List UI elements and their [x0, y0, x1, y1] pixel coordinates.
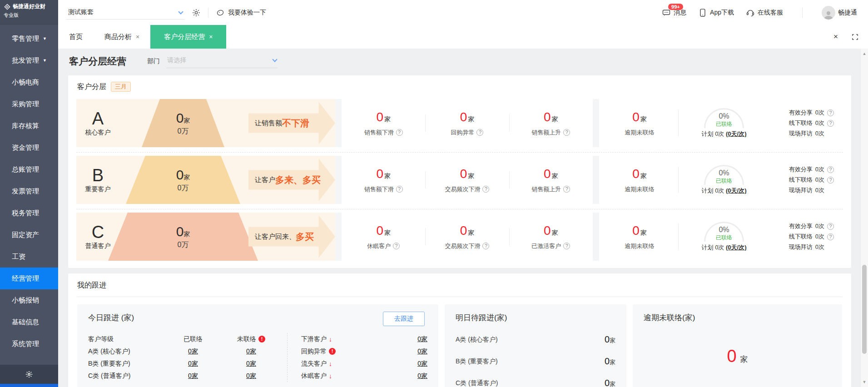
table-row: B类 (重要客户) 0家 0家	[88, 357, 284, 370]
online-service-button[interactable]: 在线客服	[746, 8, 783, 17]
help-icon[interactable]	[396, 186, 403, 193]
sidebar-item-funds[interactable]: 资金管理	[0, 137, 58, 159]
segmentation-title: 客户分层	[77, 82, 106, 92]
help-icon[interactable]	[827, 223, 834, 230]
alert-count-link[interactable]: 0家	[417, 335, 427, 343]
messages-button[interactable]: 99+ 消息	[662, 8, 686, 17]
help-icon[interactable]	[827, 166, 834, 173]
table-row: A类 (核心客户) 0家 0家	[88, 345, 284, 357]
app-window: 畅捷通好业财 专业版 测试账套 我要体验一下 99+ 消息 App下载	[0, 0, 868, 387]
warning-icon	[329, 348, 336, 355]
caret-down-icon	[43, 36, 47, 41]
not-contacted-count-link[interactable]: 0家	[246, 372, 256, 380]
alerts-list: 下滑客户 0家 回购异常 0家 流失客户 0家	[287, 333, 427, 382]
sidebar-item-ecommerce[interactable]: 小畅电商	[0, 71, 58, 93]
sidebar-item-basicinfo[interactable]: 基础信息	[0, 311, 58, 333]
not-contacted-count-link[interactable]: 0家	[246, 360, 256, 368]
contacted-count-link[interactable]: 0家	[188, 372, 198, 379]
stats-card: 0家 销售额下滑 0家 交易频次下滑 0家 销售额上升	[342, 156, 593, 204]
sidebar-item-invoice[interactable]: 发票管理	[0, 180, 58, 202]
help-icon[interactable]	[396, 129, 403, 136]
list-item: C类 (普通客户) 0家	[456, 378, 615, 387]
messages-badge: 99+	[668, 4, 683, 10]
help-icon[interactable]	[563, 129, 570, 136]
close-all-tabs-button[interactable]	[827, 25, 844, 49]
scroll-up-icon[interactable]	[861, 51, 868, 56]
sidebar-item-system[interactable]: 系统管理	[0, 333, 58, 355]
contact-card: 0家 逾期未联络 0% 已联络 计划 0次 (0天/次)	[599, 156, 843, 204]
help-icon[interactable]	[827, 177, 834, 184]
help-icon[interactable]	[827, 120, 834, 127]
segmentation-card: 客户分层 三月 A 核心客户 0家 0万	[68, 75, 851, 268]
help-icon[interactable]	[563, 186, 570, 193]
funnel-band: A 核心客户 0家 0万 让销售额不下滑	[76, 99, 335, 147]
help-icon[interactable]	[482, 186, 489, 193]
scrollbar-thumb[interactable]	[862, 265, 867, 354]
tomorrow-follow-title: 明日待跟进(家)	[456, 313, 615, 323]
settings-gear-button[interactable]	[192, 8, 201, 17]
alert-count-link[interactable]: 0家	[417, 347, 427, 356]
alert-count-link[interactable]: 0家	[417, 372, 427, 380]
scroll-down-icon[interactable]	[861, 380, 868, 384]
dashed-divider	[76, 152, 843, 153]
gauge-arc-icon: 0% 已联络	[704, 165, 744, 185]
alert-row: 休眠客户 0家	[301, 370, 427, 382]
main-area: 首页 商品分析 客户分层经营 客户分层经营 部门 请选	[58, 25, 868, 387]
go-follow-button[interactable]: 去跟进	[383, 312, 425, 326]
my-follow-card: 我的跟进 今日跟进 (家) 去跟进 客户等级 已联络	[68, 273, 851, 387]
funnel-band: C 普通客户 0家 0万 让客户回来、多买	[76, 213, 335, 261]
alert-count-link[interactable]: 0家	[417, 360, 427, 368]
account-select[interactable]: 测试账套	[66, 5, 184, 20]
contacted-count-link[interactable]: 0家	[188, 360, 198, 367]
sidebar-item-purchase[interactable]: 采购管理	[0, 93, 58, 115]
help-icon[interactable]	[827, 109, 834, 116]
fullscreen-button[interactable]	[846, 25, 863, 49]
divider	[678, 110, 679, 136]
sidebar-item-inventory[interactable]: 库存核算	[0, 115, 58, 137]
experience-button[interactable]: 我要体验一下	[216, 8, 266, 17]
help-icon[interactable]	[482, 243, 489, 249]
sidebar-item-wholesale[interactable]: 批发管理	[0, 50, 58, 71]
arrow-down-icon	[329, 360, 332, 367]
help-icon[interactable]	[563, 243, 570, 249]
user-menu[interactable]: 畅捷通	[822, 6, 857, 20]
tab-customer-segmentation[interactable]: 客户分层经营	[150, 25, 226, 49]
sidebar-item-retail[interactable]: 零售管理	[0, 28, 58, 50]
sidebar-item-tax[interactable]: 税务管理	[0, 202, 58, 224]
page-scroll-area: 客户分层经营 部门 请选择 客户分层 三月	[58, 49, 860, 387]
sidebar-item-operations[interactable]: 经营管理	[0, 268, 58, 289]
dept-select[interactable]: 请选择	[166, 55, 278, 68]
tab-home[interactable]: 首页	[58, 25, 94, 49]
divider	[678, 223, 679, 250]
slogan-arrow: 让销售额不下滑	[248, 102, 335, 144]
contact-gauge: 0% 已联络 计划 0次 (0天/次)	[686, 108, 762, 138]
help-icon[interactable]	[476, 129, 483, 136]
col-header-not-contacted: 未联络	[237, 335, 256, 343]
stats-card: 0家 销售额下滑 0家 回购异常 0家 销售额上升	[342, 99, 593, 147]
sidebar-item-salary[interactable]: 工资	[0, 246, 58, 268]
segment-name: 普通客户	[76, 242, 119, 250]
help-icon[interactable]	[393, 243, 400, 249]
help-icon[interactable]	[827, 233, 834, 240]
close-icon[interactable]	[209, 33, 213, 40]
stats-card: 0家 休眠客户 0家 交易频次下滑 0家 已激活客户	[342, 213, 593, 261]
stat-block: 0家 销售额上升	[509, 110, 593, 137]
tab-product-analysis[interactable]: 商品分析	[94, 25, 150, 49]
contacted-count-link[interactable]: 0家	[188, 347, 198, 355]
sidebar-item-assets[interactable]: 固定资产	[0, 224, 58, 246]
overdue-contact-value: 0家	[644, 347, 831, 366]
warning-icon	[258, 336, 265, 342]
not-contacted-count-link[interactable]: 0家	[246, 347, 256, 356]
sidebar-settings-button[interactable]	[0, 365, 58, 384]
sidebar-item-ledger[interactable]: 总账管理	[0, 159, 58, 180]
stat-block: 0家 休眠客户	[342, 223, 425, 250]
app-download-button[interactable]: App下载	[698, 8, 734, 17]
avatar	[822, 6, 835, 20]
vertical-scrollbar[interactable]	[860, 49, 868, 387]
page-title: 客户分层经营	[69, 55, 126, 68]
divider	[678, 167, 679, 193]
sidebar-item-reimburse[interactable]: 小畅报销	[0, 289, 58, 311]
user-name: 畅捷通	[838, 9, 857, 17]
close-icon[interactable]	[136, 33, 139, 40]
stat-block: 0家 销售额上升	[509, 167, 593, 194]
